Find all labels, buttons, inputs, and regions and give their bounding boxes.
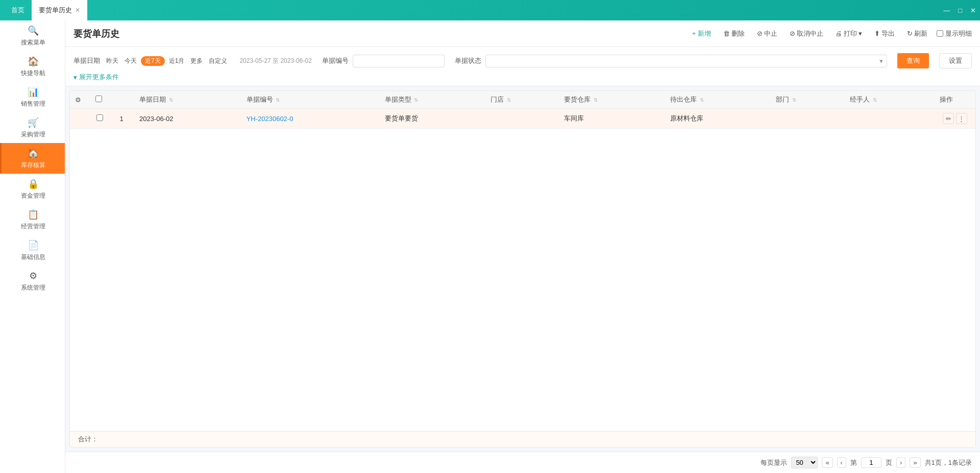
per-page-label: 每页显示 (761, 458, 787, 467)
sidebar-item-system-mgmt[interactable]: ⚙ 系统管理 (0, 266, 65, 296)
date-filter-group: 单据日期 昨天 今天 近7天 近1月 更多 自定义 (74, 56, 229, 66)
doc-icon: 📄 (28, 240, 39, 251)
th-pending-warehouse[interactable]: 待出仓库 ⇅ (665, 91, 771, 109)
date-custom[interactable]: 自定义 (207, 56, 229, 66)
refresh-icon: ↻ (907, 30, 913, 37)
minimize-icon[interactable]: — (943, 7, 950, 14)
sort-icon-doc-no: ⇅ (276, 97, 280, 103)
delete-button[interactable]: 🗑 删除 (720, 28, 748, 40)
doc-no-label: 单据编号 (322, 56, 349, 65)
sidebar-item-sales-mgmt[interactable]: 📊 销售管理 (0, 82, 65, 112)
date-1month[interactable]: 近1月 (167, 56, 187, 66)
display-detail-checkbox[interactable]: 显示明细 (937, 29, 972, 38)
td-settings (70, 109, 90, 129)
th-doc-no[interactable]: 单据编号 ⇅ (241, 91, 380, 109)
table-footer-summary: 合计： (70, 431, 975, 447)
new-button[interactable]: + 新增 (689, 28, 714, 40)
th-doc-date[interactable]: 单据日期 ⇅ (134, 91, 241, 109)
row-more-icon[interactable]: ⋮ (956, 113, 967, 124)
page-number-input[interactable] (861, 457, 881, 468)
doc-status-select[interactable] (485, 55, 887, 67)
table-scroll[interactable]: ⚙ 单据日期 ⇅ 单据编号 ⇅ (70, 91, 975, 431)
cancel-stop-button[interactable]: ⊘ 取消中止 (787, 28, 826, 40)
sidebar-item-search-menu[interactable]: 🔍 搜索菜单 (0, 20, 65, 51)
lock-icon: 🔒 (28, 178, 39, 190)
per-page-select[interactable]: 10 20 50 100 (791, 457, 818, 468)
total-info: 共1页，1条记录 (925, 458, 972, 467)
date-yesterday[interactable]: 昨天 (104, 56, 120, 66)
date-7days[interactable]: 近7天 (141, 56, 165, 66)
search-icon: 🔍 (28, 25, 39, 36)
header-actions: + 新增 🗑 删除 ⊘ 中止 ⊘ 取消中止 🖨 打印 ▾ (689, 28, 972, 40)
expand-conditions-button[interactable]: ▾ 展开更多条件 (74, 73, 972, 82)
sort-icon-doc-type: ⇅ (414, 97, 418, 103)
date-more[interactable]: 更多 (188, 56, 205, 66)
th-store[interactable]: 门店 ⇅ (485, 91, 559, 109)
sidebar-item-label: 采购管理 (21, 130, 45, 139)
sort-icon-department: ⇅ (792, 97, 796, 103)
summary-label: 合计： (78, 435, 98, 443)
th-doc-type[interactable]: 单据类型 ⇅ (380, 91, 485, 109)
sidebar-item-label: 系统管理 (21, 283, 45, 292)
sidebar-item-finance-mgmt[interactable]: 🔒 资金管理 (0, 174, 65, 204)
th-department[interactable]: 部门 ⇅ (771, 91, 844, 109)
last-page-button[interactable]: » (910, 457, 920, 468)
home-icon: 🏠 (28, 56, 39, 67)
th-handler[interactable]: 经手人 ⇅ (845, 91, 935, 109)
sidebar-item-ops-mgmt[interactable]: 📋 经营管理 (0, 204, 65, 235)
td-operation: ✏ ⋮ (935, 109, 975, 129)
tab-home[interactable]: 首页 (4, 0, 32, 20)
date-shortcuts: 昨天 今天 近7天 近1月 更多 自定义 (104, 56, 229, 66)
td-handler (845, 109, 935, 129)
page-suffix: 页 (886, 458, 892, 467)
doc-no-link[interactable]: YH-20230602-0 (247, 115, 293, 123)
sidebar-item-label: 快捷导航 (21, 69, 45, 78)
table-row: 1 2023-06-02 YH-20230602-0 要货单要货 车间库 原材料… (70, 109, 975, 129)
sort-icon-pending-warehouse: ⇅ (700, 97, 704, 103)
td-req-warehouse: 车间库 (559, 109, 665, 129)
select-all-checkbox[interactable] (95, 96, 102, 102)
chart-icon: 📊 (28, 86, 39, 98)
doc-status-label: 单据状态 (455, 56, 481, 65)
tab-close-icon[interactable]: ✕ (75, 7, 80, 14)
row-edit-icon[interactable]: ✏ (943, 113, 954, 124)
setting-button[interactable]: 设置 (939, 53, 972, 68)
doc-no-filter-group: 单据编号 (322, 55, 445, 67)
stop-button[interactable]: ⊘ 中止 (754, 28, 780, 40)
td-num: 1 (109, 109, 134, 129)
print-dropdown-icon: ▾ (859, 30, 862, 37)
th-settings[interactable]: ⚙ (70, 91, 90, 109)
sidebar-item-purchase-mgmt[interactable]: 🛒 采购管理 (0, 112, 65, 143)
sort-icon-doc-date: ⇅ (169, 97, 173, 103)
first-page-button[interactable]: « (822, 457, 832, 468)
print-button[interactable]: 🖨 打印 ▾ (832, 28, 865, 40)
date-today[interactable]: 今天 (122, 56, 139, 66)
maximize-icon[interactable]: □ (958, 7, 962, 14)
doc-date-label: 单据日期 (74, 56, 100, 65)
td-department (771, 109, 844, 129)
sidebar-item-quick-nav[interactable]: 🏠 快捷导航 (0, 51, 65, 82)
print-icon: 🖨 (836, 30, 842, 37)
data-table: ⚙ 单据日期 ⇅ 单据编号 ⇅ (70, 91, 975, 129)
td-doc-date: 2023-06-02 (134, 109, 241, 129)
refresh-button[interactable]: ↻ 刷新 (904, 28, 930, 40)
sidebar-item-label: 资金管理 (21, 192, 45, 200)
td-doc-no: YH-20230602-0 (241, 109, 380, 129)
export-button[interactable]: ⬆ 导出 (871, 28, 898, 40)
next-page-button[interactable]: › (896, 457, 905, 468)
th-req-warehouse[interactable]: 要货仓库 ⇅ (559, 91, 665, 109)
sidebar: 🔍 搜索菜单 🏠 快捷导航 📊 销售管理 🛒 采购管理 🏠 库存核算 🔒 资金管… (0, 20, 65, 473)
sidebar-item-inventory-mgmt[interactable]: 🏠 库存核算 (0, 143, 65, 174)
td-store (485, 109, 559, 129)
prev-page-button[interactable]: ‹ (837, 457, 846, 468)
tab-requisition-history[interactable]: 要货单历史 ✕ (32, 0, 87, 20)
row-checkbox[interactable] (96, 114, 103, 121)
sidebar-item-label: 基础信息 (21, 253, 45, 262)
query-button[interactable]: 查询 (897, 53, 929, 68)
page-header: 要货单历史 + 新增 🗑 删除 ⊘ 中止 ⊘ 取消中止 🖨 打印 (65, 20, 980, 47)
display-detail-check[interactable] (937, 30, 943, 37)
doc-no-input[interactable] (353, 55, 445, 67)
close-icon[interactable]: ✕ (970, 7, 976, 14)
sidebar-item-basic-info[interactable]: 📄 基础信息 (0, 235, 65, 266)
sort-icon-req-warehouse: ⇅ (594, 97, 598, 103)
